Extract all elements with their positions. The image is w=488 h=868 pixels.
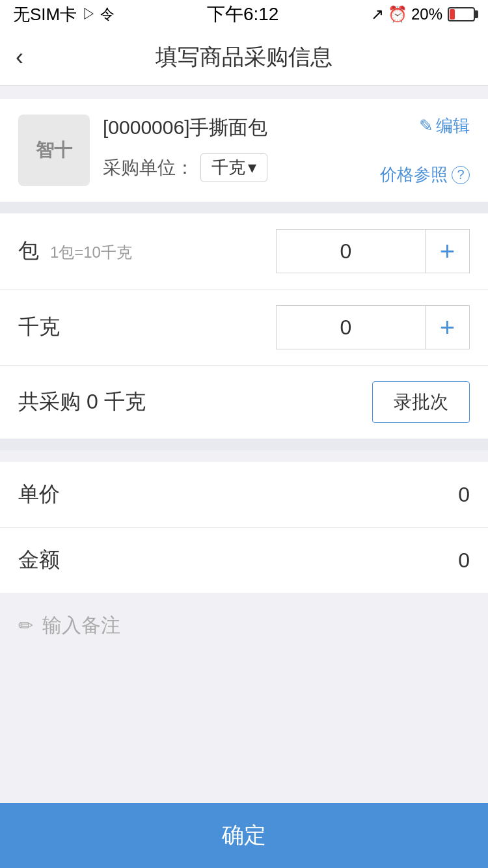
- input-section: 包 1包=10千克 + 千克 +: [0, 213, 488, 366]
- bao-number-input[interactable]: [276, 229, 426, 273]
- kg-number-input[interactable]: [276, 305, 426, 349]
- pencil-icon: ✏: [18, 615, 33, 636]
- nav-bar: ‹ 填写商品采购信息: [0, 29, 488, 86]
- summary-text: 共采购 0 千克: [18, 388, 146, 416]
- alarm-icon: ⏰: [388, 5, 407, 23]
- section-divider-2: [0, 439, 488, 450]
- battery-text: 20%: [411, 5, 442, 23]
- section-divider-1: [0, 202, 488, 213]
- unit-select[interactable]: 千克 ▾: [200, 153, 267, 182]
- product-thumbnail: 智十: [18, 115, 90, 186]
- kg-label: 千克: [18, 313, 60, 342]
- kg-plus-button[interactable]: +: [426, 305, 470, 349]
- bao-input-row: 包 1包=10千克 +: [0, 213, 488, 290]
- amount-row: 金额 0: [0, 528, 488, 593]
- confirm-button[interactable]: 确定: [222, 821, 266, 850]
- back-button[interactable]: ‹: [16, 44, 23, 71]
- price-ref-label: 价格参照: [380, 163, 448, 186]
- remark-section[interactable]: ✏ 输入备注: [0, 594, 488, 657]
- unit-price-row: 单价 0: [0, 462, 488, 528]
- product-name: [0000006]手撕面包: [103, 115, 470, 141]
- batch-button[interactable]: 录批次: [372, 381, 470, 423]
- status-bar: 无SIM卡 ▷︎ 令 下午6:12 ↗ ⏰ 20%: [0, 0, 488, 29]
- summary-row: 共采购 0 千克 录批次: [0, 366, 488, 439]
- bao-label-group: 包 1包=10千克: [18, 237, 132, 265]
- battery-icon: [448, 7, 475, 21]
- edit-icon: ✎: [419, 116, 433, 136]
- unit-label: 采购单位：: [103, 156, 194, 180]
- product-card: 智十 [0000006]手撕面包 采购单位： 千克 ▾ ✎ 编辑 价格参照 ?: [0, 99, 488, 202]
- product-logo: 智十: [36, 139, 72, 161]
- fill-space: [0, 657, 488, 787]
- unit-price-value: 0: [458, 483, 470, 507]
- status-left: 无SIM卡 ▷︎ 令: [13, 3, 115, 26]
- unit-value: 千克: [211, 156, 245, 179]
- edit-button[interactable]: ✎ 编辑: [419, 115, 470, 137]
- edit-label: 编辑: [436, 115, 470, 137]
- remark-placeholder: 输入备注: [42, 612, 120, 639]
- bao-input-right: +: [276, 229, 470, 273]
- battery-fill: [450, 9, 455, 20]
- content-area: 智十 [0000006]手撕面包 采购单位： 千克 ▾ ✎ 编辑 价格参照 ?: [0, 99, 488, 852]
- kg-input-row: 千克 +: [0, 290, 488, 366]
- price-section: 单价 0 金额 0: [0, 462, 488, 593]
- help-icon: ?: [452, 166, 470, 184]
- chevron-down-icon: ▾: [248, 157, 256, 178]
- confirm-bar[interactable]: 确定: [0, 803, 488, 868]
- page-title: 填写商品采购信息: [156, 42, 332, 72]
- amount-label: 金额: [18, 546, 60, 575]
- wifi-icon: ▷︎ 令: [82, 5, 115, 24]
- price-ref-button[interactable]: 价格参照 ?: [380, 163, 470, 186]
- unit-price-label: 单价: [18, 480, 60, 509]
- bao-sub: 1包=10千克: [50, 243, 132, 261]
- bao-plus-button[interactable]: +: [426, 229, 470, 273]
- location-icon: ↗: [371, 5, 384, 23]
- bao-label: 包: [18, 239, 39, 262]
- status-right: ↗ ⏰ 20%: [371, 5, 475, 23]
- amount-value: 0: [458, 549, 470, 573]
- carrier-text: 无SIM卡: [13, 3, 77, 26]
- kg-input-right: +: [276, 305, 470, 349]
- status-time: 下午6:12: [207, 2, 279, 27]
